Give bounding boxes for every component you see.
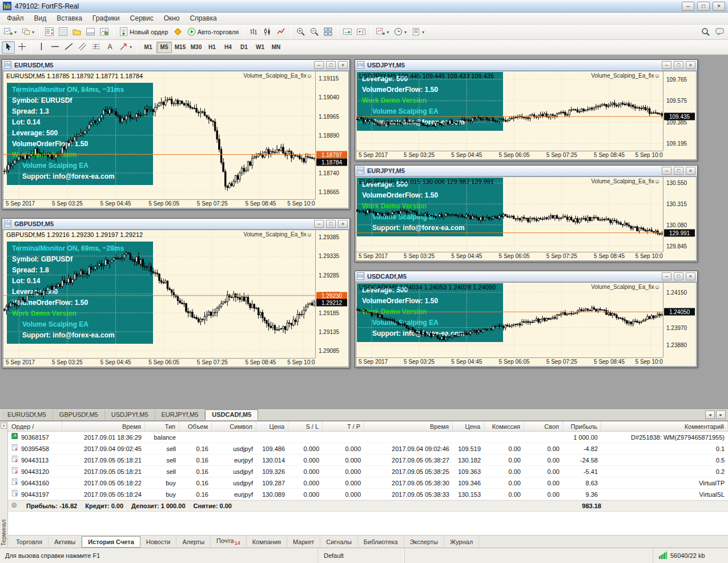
toolbar-button-text[interactable]: A — [103, 41, 116, 54]
toolbar-button-data-window[interactable] — [57, 26, 70, 38]
column-header-Комментарий[interactable]: Комментарий — [601, 421, 728, 431]
timeframe-button-M15[interactable]: M15 — [172, 42, 188, 53]
column-header-Прибыль[interactable]: Прибыль — [563, 421, 601, 431]
chart-tab-EURUSDf,M5[interactable]: EURUSDf,M5 — [1, 410, 53, 420]
toolbar-button-new-chart[interactable]: ▾ — [2, 26, 19, 38]
chart-close-button[interactable]: × — [338, 61, 348, 69]
history-row-90443113[interactable]: 904431132017.09.05 05:18:21sell0.16eurjp… — [8, 455, 728, 466]
column-header-Комиссия[interactable]: Комиссия — [484, 421, 524, 431]
chart-restore-button[interactable]: □ — [674, 61, 683, 69]
terminal-tab-Маркет[interactable]: Маркет — [287, 537, 320, 547]
chart-area[interactable]: TerminalMonitor ON, 69ms, ~28msSymbol: G… — [3, 230, 349, 367]
toolbar-button-chart-bars[interactable] — [247, 26, 260, 38]
toolbar-button-metaeditor[interactable] — [171, 26, 184, 38]
menu-Графики[interactable]: Графики — [87, 13, 125, 23]
chart-window-titlebar[interactable]: USDJPYf,M5–□× — [355, 60, 697, 71]
toolbar-button-navigator[interactable] — [70, 26, 83, 38]
chart-minimize-button[interactable]: – — [314, 220, 324, 228]
toolbar-button-autotrade[interactable]: Авто-торговля — [185, 26, 242, 38]
terminal-tab-Торговля[interactable]: Торговля — [10, 537, 49, 547]
column-header-Время[interactable]: Время — [364, 421, 453, 431]
toolbar-button-chart-shift[interactable] — [355, 26, 368, 38]
terminal-tab-Эксперты[interactable]: Эксперты — [404, 537, 444, 547]
toolbar-button-market-watch[interactable] — [43, 26, 56, 38]
terminal-tab-Активы[interactable]: Активы — [49, 537, 82, 547]
column-header-Цена[interactable]: Цена — [453, 421, 484, 431]
timeframe-button-H1[interactable]: H1 — [204, 42, 220, 53]
chart-restore-button[interactable]: □ — [674, 167, 683, 175]
toolbar-button-channel[interactable] — [76, 41, 89, 54]
chart-minimize-button[interactable]: – — [662, 61, 671, 69]
chart-minimize-button[interactable]: – — [662, 272, 671, 280]
menu-Вид[interactable]: Вид — [29, 13, 52, 23]
chart-area[interactable]: Leverage: 500VolumeOrderFlow: 1.50Work D… — [356, 71, 697, 160]
toolbar-button-cursor[interactable] — [2, 41, 15, 54]
toolbar-button-chart-line[interactable] — [275, 26, 288, 38]
chart-window-titlebar[interactable]: GBPUSDf,M5–□× — [2, 219, 349, 230]
timeframe-button-W1[interactable]: W1 — [252, 42, 268, 53]
chart-area[interactable]: Leverage: 500VolumeOrderFlow: 1.50Work D… — [356, 282, 697, 367]
chart-tab-EURJPYf,M5[interactable]: EURJPYf,M5 — [155, 410, 206, 420]
chart-close-button[interactable]: × — [686, 167, 695, 175]
chart-restore-button[interactable]: □ — [326, 61, 336, 69]
chart-tab-GBPUSDf,M5[interactable]: GBPUSDf,M5 — [53, 410, 105, 420]
toolbar-button-periods[interactable]: ▾ — [392, 26, 409, 38]
chart-minimize-button[interactable]: – — [662, 167, 671, 175]
toolbar-button-profiles[interactable]: ▾ — [19, 26, 37, 38]
menu-Окно[interactable]: Окно — [159, 13, 185, 23]
chart-close-button[interactable]: × — [686, 61, 695, 69]
terminal-tab-Журнал[interactable]: Журнал — [444, 537, 479, 547]
timeframe-button-M1[interactable]: M1 — [140, 42, 156, 53]
column-header-Ордер /[interactable]: Ордер / — [8, 421, 62, 431]
column-header-Объем[interactable]: Объем — [179, 421, 212, 431]
history-row-90443160[interactable]: 904431602017.09.05 05:18:22buy0.16usdjpy… — [8, 477, 728, 489]
terminal-tab-Сигналы[interactable]: Сигналы — [320, 537, 358, 547]
timeframe-button-MN[interactable]: MN — [268, 42, 284, 53]
column-header-Символ[interactable]: Символ — [212, 421, 256, 431]
terminal-tab-Новости[interactable]: Новости — [140, 537, 177, 547]
toolbar-button-indicators[interactable]: ▾ — [374, 26, 391, 38]
column-header-Время[interactable]: Время — [62, 421, 145, 431]
history-row-90368157[interactable]: 903681572017.09.01 18:36:29balance1 000.… — [8, 432, 728, 443]
toolbar-button-terminal[interactable] — [84, 26, 97, 38]
toolbar-button-arrows[interactable]: ▾ — [117, 41, 134, 54]
terminal-tab-История Счета[interactable]: История Счета — [82, 536, 140, 548]
maximize-button[interactable]: □ — [697, 2, 710, 11]
timeframe-button-H4[interactable]: H4 — [220, 42, 236, 53]
chart-area[interactable]: TerminalMonitor ON, 84ms, ~31msSymbol: E… — [3, 71, 349, 208]
chart-tab-USDJPYf,M5[interactable]: USDJPYf,M5 — [105, 410, 155, 420]
column-header-Тип[interactable]: Тип — [145, 421, 179, 431]
chart-area[interactable]: Leverage: 500VolumeOrderFlow: 1.50Work D… — [356, 176, 697, 261]
menu-Файл[interactable]: Файл — [2, 13, 29, 23]
toolbar-button-horizontal-line[interactable] — [49, 41, 62, 54]
toolbar-button-chart-candles[interactable] — [261, 26, 274, 38]
toolbar-button-chat[interactable] — [713, 26, 726, 38]
timeframe-button-D1[interactable]: D1 — [236, 42, 252, 53]
column-header-T / P[interactable]: T / P — [323, 421, 364, 431]
column-header-Своп[interactable]: Своп — [524, 421, 563, 431]
toolbar-button-vertical-line[interactable] — [35, 41, 48, 54]
chart-window-titlebar[interactable]: USDCADf,M5–□× — [355, 271, 697, 282]
history-row-90395458[interactable]: 903954582017.09.04 09:02:45sell0.16usdjp… — [8, 443, 728, 455]
toolbar-button-tile-windows[interactable] — [321, 26, 335, 38]
toolbar-button-fibonacci[interactable]: f — [90, 41, 103, 54]
tabs-scroll-right-button[interactable]: ► — [716, 411, 726, 419]
terminal-tab-Компания[interactable]: Компания — [247, 537, 287, 547]
toolbar-button-zoom-in[interactable] — [294, 26, 307, 38]
tabs-scroll-left-button[interactable]: ◄ — [705, 411, 715, 419]
minimize-button[interactable]: – — [682, 2, 694, 11]
status-profile[interactable]: Default — [317, 548, 404, 563]
column-header-Цена[interactable]: Цена — [256, 421, 288, 431]
terminal-tab-Алерты[interactable]: Алерты — [176, 537, 211, 547]
chart-close-button[interactable]: × — [338, 220, 348, 228]
toolbar-button-templates[interactable]: ▾ — [409, 26, 427, 38]
timeframe-button-M30[interactable]: M30 — [188, 42, 204, 53]
toolbar-button-search[interactable] — [699, 26, 712, 38]
toolbar-button-new-order[interactable]: Новый ордер — [117, 26, 171, 38]
toolbar-button-auto-scroll[interactable] — [341, 26, 354, 38]
chart-window-titlebar[interactable]: EURUSDf,M5–□× — [2, 60, 349, 71]
chart-restore-button[interactable]: □ — [326, 220, 336, 228]
toolbar-button-zoom-out[interactable] — [308, 26, 321, 38]
chart-window-titlebar[interactable]: EURJPYf,M5–□× — [355, 166, 697, 176]
terminal-tab-Почта[interactable]: Почта14 — [211, 536, 247, 548]
